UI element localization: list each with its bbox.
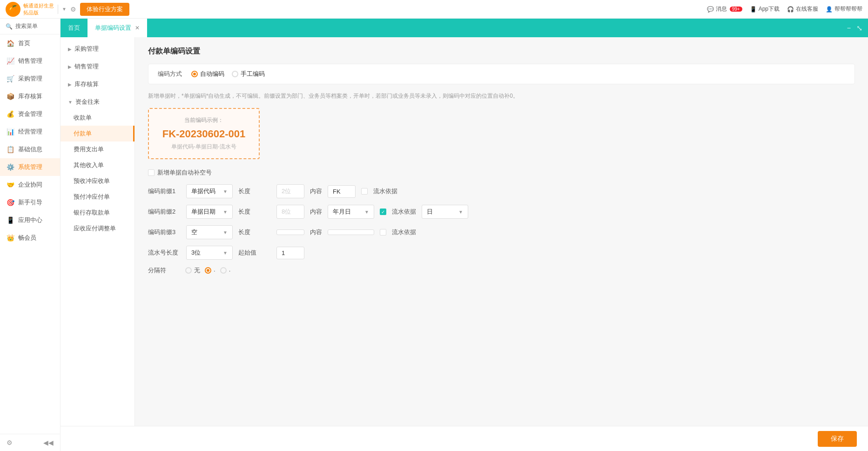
sub-nav-prepay-recv[interactable]: 预收冲应收单	[61, 173, 135, 189]
sub-nav-inventory-title[interactable]: ▶ 库存核算	[61, 76, 135, 92]
separator-label: 分隔符	[148, 266, 181, 275]
member-icon: 👑	[7, 234, 14, 242]
content2-select[interactable]: 年月日 ▼	[328, 205, 374, 219]
main-layout: 🔍 搜索菜单 🏠 首页 📈 销售管理 🛒 采购管理 📦 库存核算 💰 资金管理 …	[0, 19, 868, 451]
service-icon: 🎧	[787, 6, 794, 13]
period2-arrow-icon: ▼	[458, 209, 463, 215]
sub-nav-finance-title[interactable]: ▼ 资金往来	[61, 94, 135, 110]
serial-row: 流水号长度 3位 ▼ 起始值 1	[148, 246, 855, 260]
inventory-icon: 📦	[7, 93, 14, 100]
sub-nav-expense[interactable]: 费用支出单	[61, 141, 135, 157]
content3-label: 内容	[310, 228, 322, 236]
tab-minimize-icon[interactable]: －	[845, 23, 853, 33]
prefix2-label: 编码前缀2	[148, 208, 181, 216]
prefix2-select[interactable]: 单据日期 ▼	[186, 205, 233, 219]
prefix3-label: 编码前缀3	[148, 228, 181, 236]
sidebar-item-member[interactable]: 👑 畅会员	[0, 229, 60, 247]
sub-nav-bank[interactable]: 银行存取款单	[61, 205, 135, 221]
sidebar-item-finance[interactable]: 💰 资金管理	[0, 105, 60, 123]
sidebar-item-operations[interactable]: 📊 经营管理	[0, 123, 60, 141]
page-content: 付款单编码设置 编码方式 自动编码 手工编码	[135, 37, 868, 426]
manual-code-radio[interactable]: 手工编码	[232, 70, 265, 78]
guide-icon: 🎯	[7, 199, 14, 206]
content-area: 首页 单据编码设置 ✕ － ⤡ ▶ 采购管理	[61, 19, 868, 451]
stream2-period-select[interactable]: 日 ▼	[422, 205, 468, 219]
sep-dot2-radio[interactable]: ·	[220, 267, 231, 274]
auto-code-dot[interactable]	[191, 71, 198, 77]
coding-method-label: 编码方式	[158, 70, 182, 78]
sidebar-item-apps[interactable]: 📱 应用中心	[0, 211, 60, 229]
sub-nav-adjust[interactable]: 应收应付调整单	[61, 221, 135, 236]
collapse-icon[interactable]: ◀◀	[43, 439, 54, 446]
sub-nav-sales-title[interactable]: ▶ 销售管理	[61, 59, 135, 74]
user-item[interactable]: 👤 帮帮帮帮帮	[826, 5, 862, 13]
stream3-label: 流水依据	[392, 228, 416, 236]
logo-text: 畅通道好生意 拓品版	[23, 2, 54, 16]
length1-input: 2位	[276, 184, 304, 198]
coding-radio-group: 自动编码 手工编码	[191, 70, 265, 78]
stream2-checkbox[interactable]: ✓	[380, 209, 386, 215]
trial-button[interactable]: 体验行业方案	[80, 3, 129, 16]
serial-length-select[interactable]: 3位 ▼	[186, 246, 233, 260]
sub-nav-other-income[interactable]: 其他收入单	[61, 157, 135, 173]
settings-icon[interactable]: ⚙	[70, 6, 76, 13]
messages-item[interactable]: 💬 消息 99+	[707, 5, 742, 13]
app-icon: 📱	[750, 6, 757, 13]
start-value-input[interactable]: 1	[276, 247, 304, 259]
sidebar-item-home[interactable]: 🏠 首页	[0, 34, 60, 52]
sidebar: 🔍 搜索菜单 🏠 首页 📈 销售管理 🛒 采购管理 📦 库存核算 💰 资金管理 …	[0, 19, 61, 451]
tab-maximize-icon[interactable]: ⤡	[856, 24, 862, 33]
sep-dot2-dot[interactable]	[220, 267, 227, 274]
sub-nav-receipt[interactable]: 收款单	[61, 110, 135, 126]
sub-nav-payment[interactable]: 付款单	[61, 126, 135, 141]
code-preview-sub: 单据代码-单据日期-流水号	[160, 143, 248, 151]
page-title: 付款单编码设置	[148, 47, 855, 56]
arrow-right-icon3: ▶	[68, 82, 72, 87]
serial-length-label: 流水号长度	[148, 249, 181, 257]
stream1-checkbox[interactable]	[361, 188, 368, 195]
sep-none-dot[interactable]	[185, 267, 192, 274]
auto-fill-checkbox[interactable]	[148, 169, 155, 176]
stream3-checkbox[interactable]	[380, 229, 386, 236]
sidebar-item-enterprise[interactable]: 🤝 企业协同	[0, 176, 60, 194]
sales-icon: 📈	[7, 57, 14, 65]
apps-icon: 📱	[7, 216, 14, 224]
tab-home[interactable]: 首页	[61, 19, 87, 37]
prefix1-arrow-icon: ▼	[223, 189, 228, 194]
sidebar-item-guide[interactable]: 🎯 新手引导	[0, 194, 60, 211]
sidebar-search[interactable]: 🔍 搜索菜单	[0, 19, 60, 34]
auto-fill-row: 新增单据自动补空号	[148, 168, 855, 177]
app-download-item[interactable]: 📱 App下载	[750, 5, 780, 13]
coding-method-section: 编码方式 自动编码 手工编码	[148, 64, 855, 84]
arrow-down-icon: ▼	[68, 100, 73, 105]
prefix3-select[interactable]: 空 ▼	[186, 225, 233, 239]
sep-none-radio[interactable]: 无	[185, 266, 200, 275]
content1-input[interactable]: FK	[328, 185, 356, 198]
sidebar-item-basic[interactable]: 📋 基础信息	[0, 141, 60, 158]
messages-badge: 99+	[730, 7, 742, 12]
online-service-item[interactable]: 🎧 在线客服	[787, 5, 818, 13]
manual-code-dot[interactable]	[232, 71, 238, 77]
settings-bottom-icon[interactable]: ⚙	[7, 439, 13, 446]
auto-code-radio[interactable]: 自动编码	[191, 70, 224, 78]
topbar: 🍊 畅通道好生意 拓品版 ▼ ⚙ 体验行业方案 💬 消息 99+ 📱 App下载…	[0, 0, 868, 19]
prefix1-select[interactable]: 单据代码 ▼	[186, 184, 233, 198]
dropdown-arrow-icon[interactable]: ▼	[62, 7, 67, 12]
sidebar-item-system[interactable]: ⚙️ 系统管理	[0, 158, 60, 176]
sub-nav: ▶ 采购管理 ▶ 销售管理 ▶ 库存核算	[61, 37, 135, 426]
sep-dot-dot[interactable]	[205, 267, 211, 274]
sub-nav-prepay-pay[interactable]: 预付冲应付单	[61, 189, 135, 205]
tab-coding-settings[interactable]: 单据编码设置 ✕	[87, 19, 147, 37]
sidebar-item-purchase[interactable]: 🛒 采购管理	[0, 70, 60, 88]
save-button[interactable]: 保存	[818, 431, 857, 447]
tab-bar-right: － ⤡	[845, 23, 868, 33]
content3-input[interactable]	[328, 229, 374, 235]
sidebar-item-inventory[interactable]: 📦 库存核算	[0, 88, 60, 105]
sidebar-item-sales[interactable]: 📈 销售管理	[0, 52, 60, 70]
tab-close-icon[interactable]: ✕	[135, 25, 140, 31]
logo: 🍊 畅通道好生意 拓品版	[6, 2, 54, 17]
content2-label: 内容	[310, 208, 322, 216]
sub-nav-purchase-title[interactable]: ▶ 采购管理	[61, 41, 135, 57]
form-row-3: 编码前缀3 空 ▼ 长度 内容 流水依据	[148, 225, 855, 239]
sep-dot-radio[interactable]: ·	[205, 267, 215, 274]
